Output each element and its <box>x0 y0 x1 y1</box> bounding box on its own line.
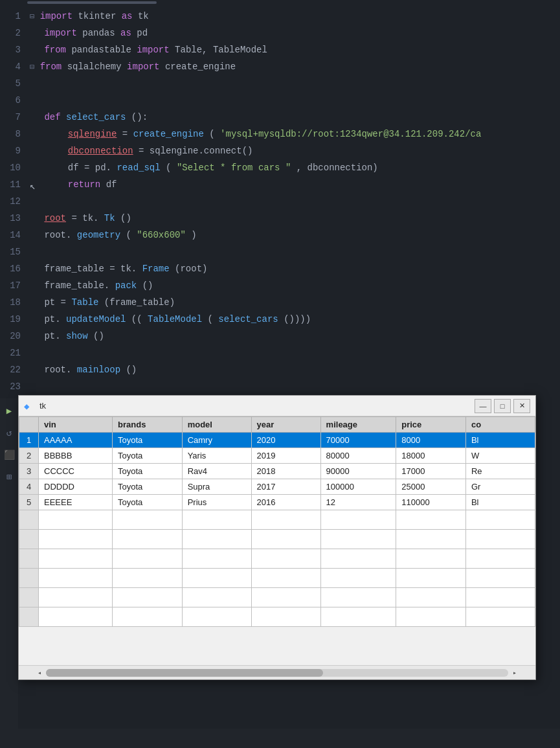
cell-model: Camry <box>182 433 251 448</box>
cell-vin: EEEEE <box>39 495 113 510</box>
col-header-year[interactable]: year <box>251 417 320 433</box>
cell-mileage: 90000 <box>320 464 396 479</box>
col-header-brands[interactable]: brands <box>113 417 183 433</box>
code-line: ⊟ import tkinter as tk <box>27 8 560 25</box>
code-editor: 1 2 3 4 5 6 7 8 9 10 11 12 13 14 15 16 1… <box>0 0 560 398</box>
horizontal-scrollbar[interactable] <box>27 0 560 5</box>
stop-icon[interactable]: ⬛ <box>2 448 16 462</box>
cell-color: Gr <box>465 479 535 495</box>
cell-vin: DDDDD <box>39 479 113 495</box>
bottom-bar <box>0 729 560 748</box>
cell-model: Rav4 <box>182 464 251 479</box>
cell-vin: BBBBB <box>39 448 113 464</box>
cell-year: 2019 <box>251 448 320 464</box>
tk-app-icon: ◆ <box>24 401 34 411</box>
table-row-empty <box>19 530 535 549</box>
cell-color: W <box>465 448 535 464</box>
table-row-empty <box>19 607 535 627</box>
close-button[interactable]: ✕ <box>513 399 530 413</box>
col-header-vin[interactable]: vin <box>39 417 113 433</box>
cell-vin: AAAAA <box>39 433 113 448</box>
cell-brands: Toyota <box>113 495 183 510</box>
table-row[interactable]: 1 AAAAA Toyota Camry 2020 70000 8000 Bl <box>19 433 535 448</box>
table-header-row: vin brands model year mileage price co <box>19 417 535 433</box>
row-index: 5 <box>19 495 39 510</box>
run-icon[interactable]: ▶ <box>2 403 16 418</box>
cell-brands: Toyota <box>113 464 183 479</box>
table-row[interactable]: 4 DDDDD Toyota Supra 2017 100000 25000 G… <box>19 479 535 495</box>
grid-icon[interactable]: ⊞ <box>2 470 16 484</box>
col-header-model[interactable]: model <box>182 417 251 433</box>
table-row[interactable]: 2 BBBBB Toyota Yaris 2019 80000 18000 W <box>19 448 535 464</box>
cell-year: 2018 <box>251 464 320 479</box>
tk-titlebar: ◆ tk — □ ✕ <box>19 396 535 416</box>
table-row-empty <box>19 549 535 569</box>
tk-window: ◆ tk — □ ✕ vin brands model year mileage <box>18 395 536 680</box>
code-line: root. geometry ( "660x600" ) <box>27 227 560 244</box>
cell-year: 2020 <box>251 433 320 448</box>
cell-price: 110000 <box>396 495 466 510</box>
cell-year: 2016 <box>251 495 320 510</box>
code-line: dbconnection = sqlengine.connect() <box>27 142 560 159</box>
cell-mileage: 100000 <box>320 479 396 495</box>
horizontal-scrollbar[interactable]: ◂ ▸ <box>19 665 535 679</box>
col-header-mileage[interactable]: mileage <box>320 417 396 433</box>
scroll-left-arrow[interactable]: ◂ <box>33 669 46 677</box>
table-container: vin brands model year mileage price co 1… <box>19 416 535 679</box>
table-row-empty <box>19 510 535 530</box>
cell-color: Bl <box>465 495 535 510</box>
code-line <box>27 378 560 395</box>
code-line: from pandastable import Table, TableMode… <box>27 41 560 58</box>
code-line <box>27 75 560 92</box>
code-line: sqlengine = create_engine ( 'mysql+mysql… <box>27 126 560 142</box>
code-line: df = pd. read_sql ( "Select * from cars … <box>27 159 560 176</box>
code-line <box>27 345 560 361</box>
cell-mileage: 70000 <box>320 433 396 448</box>
table-row[interactable]: 5 EEEEE Toyota Prius 2016 12 110000 Bl <box>19 495 535 510</box>
table-row[interactable]: 3 CCCCC Toyota Rav4 2018 90000 17000 Re <box>19 464 535 479</box>
cell-brands: Toyota <box>113 448 183 464</box>
cell-color: Bl <box>465 433 535 448</box>
code-line: pt. updateModel (( TableModel ( select_c… <box>27 311 560 328</box>
scrollbar-thumb <box>27 1 157 4</box>
code-lines: ⊟ import tkinter as tk import pandas as … <box>27 5 560 398</box>
col-header-price[interactable]: price <box>396 417 466 433</box>
tk-window-title: tk <box>39 401 475 411</box>
code-line: import pandas as pd <box>27 25 560 41</box>
cell-mileage: 12 <box>320 495 396 510</box>
table-scroll-area[interactable]: vin brands model year mileage price co 1… <box>19 416 535 665</box>
cell-vin: CCCCC <box>39 464 113 479</box>
minimize-button[interactable]: — <box>475 399 491 413</box>
cell-price: 8000 <box>396 433 466 448</box>
code-line: root. mainloop () <box>27 361 560 378</box>
table-row-empty <box>19 569 535 588</box>
code-line: def select_cars (): <box>27 109 560 126</box>
left-sidebar: ▶ ↺ ⬛ ⊞ <box>0 398 18 748</box>
line-numbers: 1 2 3 4 5 6 7 8 9 10 11 12 13 14 15 16 1… <box>0 5 27 398</box>
scrollbar-track <box>46 669 508 677</box>
code-line: pt. show () <box>27 328 560 345</box>
cell-mileage: 80000 <box>320 448 396 464</box>
window-controls: — □ ✕ <box>475 399 530 413</box>
corner-header <box>19 417 39 433</box>
code-line: 💡 return df <box>27 176 560 193</box>
cell-model: Prius <box>182 495 251 510</box>
code-line: root = tk. Tk () <box>27 210 560 227</box>
row-index: 1 <box>19 433 39 448</box>
col-header-color[interactable]: co <box>465 417 535 433</box>
cell-model: Supra <box>182 479 251 495</box>
cell-year: 2017 <box>251 479 320 495</box>
row-index: 2 <box>19 448 39 464</box>
code-line: ⊟ from sqlalchemy import create_engine <box>27 58 560 75</box>
data-table: vin brands model year mileage price co 1… <box>19 416 535 627</box>
scrollbar-thumb[interactable] <box>46 669 323 677</box>
refresh-icon[interactable]: ↺ <box>2 425 16 440</box>
row-index: 3 <box>19 464 39 479</box>
code-line <box>27 92 560 109</box>
scroll-right-arrow[interactable]: ▸ <box>508 669 521 677</box>
code-line: frame_table = tk. Frame (root) <box>27 260 560 277</box>
code-line <box>27 244 560 260</box>
cell-color: Re <box>465 464 535 479</box>
code-line: frame_table. pack () <box>27 277 560 294</box>
restore-button[interactable]: □ <box>494 399 511 413</box>
